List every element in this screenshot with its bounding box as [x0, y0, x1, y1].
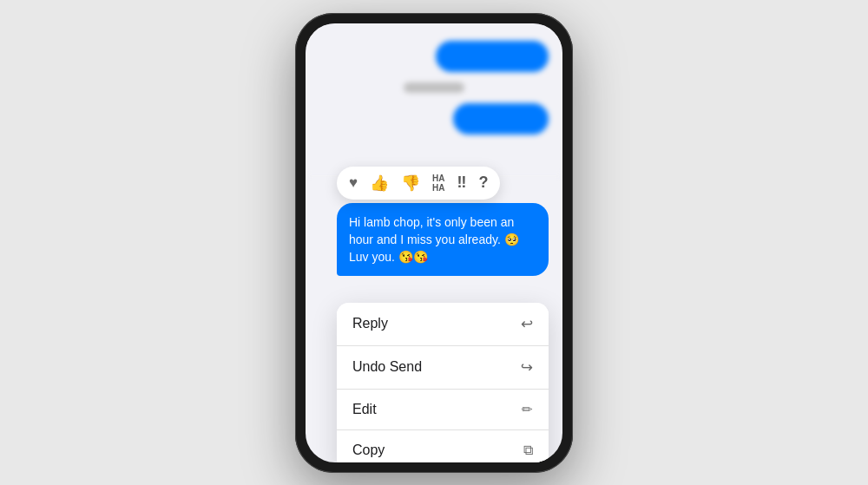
reaction-heart[interactable]: ♥	[349, 174, 358, 192]
message-text: Hi lamb chop, it's only been an hour and…	[349, 215, 519, 265]
blurred-bubble-2	[453, 103, 549, 134]
reaction-thumbsup[interactable]: 👍	[370, 174, 389, 193]
menu-item-edit-label: Edit	[352, 402, 377, 417]
context-menu: Reply Undo Send Edit Copy	[337, 303, 549, 462]
reaction-emphasize[interactable]: ‼	[457, 174, 467, 192]
blurred-bubble-1	[436, 41, 549, 72]
menu-item-reply[interactable]: Reply	[337, 303, 549, 346]
menu-item-undo-send[interactable]: Undo Send	[337, 346, 549, 390]
menu-item-copy[interactable]: Copy	[337, 430, 549, 462]
reaction-question[interactable]: ?	[478, 174, 488, 192]
reply-icon	[521, 315, 533, 333]
reaction-haha[interactable]: HAHA	[432, 174, 444, 193]
edit-icon	[522, 402, 533, 417]
menu-item-reply-label: Reply	[352, 316, 388, 331]
menu-item-edit[interactable]: Edit	[337, 390, 549, 430]
copy-icon	[523, 442, 533, 458]
undo-icon	[521, 358, 533, 377]
menu-item-copy-label: Copy	[352, 442, 385, 458]
blurred-time	[404, 82, 464, 93]
reaction-bar: ♥ 👍 👎 HAHA ‼ ?	[337, 167, 500, 200]
phone-frame: ♥ 👍 👎 HAHA ‼ ? Hi lamb chop, it's only b…	[295, 13, 573, 473]
menu-item-undo-label: Undo Send	[352, 359, 422, 375]
phone-screen: ♥ 👍 👎 HAHA ‼ ? Hi lamb chop, it's only b…	[306, 23, 562, 462]
blurred-messages-area	[306, 23, 562, 175]
message-bubble: Hi lamb chop, it's only been an hour and…	[337, 203, 549, 277]
reaction-thumbsdown[interactable]: 👎	[401, 174, 420, 193]
